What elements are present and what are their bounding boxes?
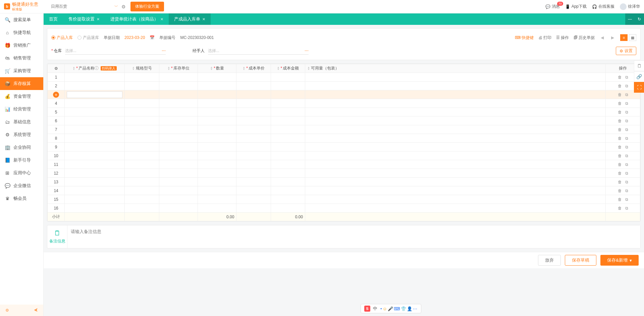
ellipsis-icon[interactable]: ⋯ (162, 48, 166, 53)
col-gear[interactable]: ⚙ (48, 64, 65, 73)
copy-row-icon[interactable]: ⧉ (625, 84, 628, 88)
ime-lang[interactable]: 中 (373, 306, 377, 312)
table-row[interactable]: 9🗑⧉ (48, 143, 640, 151)
float-expand-icon[interactable]: ⛶ (634, 82, 644, 93)
sidebar-item-0[interactable]: 🔍搜索菜单 (0, 13, 43, 26)
delete-row-icon[interactable]: 🗑 (618, 171, 622, 176)
shortcut-button[interactable]: ⌨ 快捷键 (515, 35, 534, 41)
table-row[interactable]: 2🗑⧉ (48, 82, 640, 90)
delete-row-icon[interactable]: 🗑 (618, 162, 622, 167)
delete-row-icon[interactable]: 🗑 (618, 84, 622, 88)
tab-minimize-button[interactable]: — (625, 13, 635, 25)
sidebar-item-11[interactable]: 📘新手引导 (0, 154, 43, 167)
sidebar-item-9[interactable]: ⚙系统管理 (0, 128, 43, 141)
sidebar-item-8[interactable]: 🗂基础信息 (0, 116, 43, 128)
delete-row-icon[interactable]: 🗑 (618, 206, 622, 211)
copy-row-icon[interactable]: ⧉ (625, 127, 628, 132)
copy-row-icon[interactable]: ⧉ (625, 188, 628, 193)
calendar-icon[interactable]: 📅 (150, 35, 155, 40)
copy-row-icon[interactable]: ⧉ (625, 110, 628, 115)
tab-refresh-button[interactable]: ↻ (635, 13, 644, 25)
settings-gear-icon[interactable]: ⚙ (5, 308, 9, 313)
delete-row-icon[interactable]: 🗑 (618, 153, 622, 158)
table-row[interactable]: 8🗑⧉ (48, 134, 640, 143)
product-name-input[interactable] (67, 91, 122, 98)
table-row[interactable]: +🗑⧉ (48, 90, 640, 99)
tab-3[interactable]: 产成品入库单✕ (169, 13, 211, 25)
delete-row-icon[interactable]: 🗑 (618, 136, 622, 141)
delete-row-icon[interactable]: 🗑 (618, 188, 622, 193)
col-qty[interactable]: ▲▼*数量 (198, 64, 236, 73)
history-button[interactable]: 🗐 历史单据 (574, 35, 595, 41)
scan-tag[interactable]: 扫码录入 (101, 66, 117, 71)
radio-product-out[interactable]: 产品退库 (77, 35, 99, 41)
delete-row-icon[interactable]: 🗑 (618, 180, 622, 184)
copy-row-icon[interactable]: ⧉ (625, 162, 628, 167)
table-row[interactable]: 14🗑⧉ (48, 186, 640, 195)
cta-button[interactable]: 体验行业方案 (130, 2, 164, 11)
tab-0[interactable]: 首页 (44, 13, 63, 25)
category-dropdown[interactable]: 日用百货 ﹀ (51, 2, 118, 11)
online-service-button[interactable]: 🎧 在线客服 (592, 4, 614, 9)
copy-row-icon[interactable]: ⧉ (625, 180, 628, 184)
handler-select[interactable]: 选择... ⋯ (208, 47, 309, 55)
close-icon[interactable]: ✕ (97, 17, 100, 21)
delete-row-icon[interactable]: 🗑 (618, 75, 622, 80)
sidebar-item-7[interactable]: 📊经营管理 (0, 103, 43, 116)
prev-doc-icon[interactable]: ◀ (599, 35, 605, 40)
next-doc-icon[interactable]: ▶ (610, 35, 615, 40)
float-note-icon[interactable]: 🗒 (634, 60, 644, 71)
copy-row-icon[interactable]: ⧉ (625, 197, 628, 202)
col-price[interactable]: ▲▼*成本单价 (236, 64, 271, 73)
save-draft-button[interactable]: 保存草稿 (565, 255, 596, 266)
delete-row-icon[interactable]: 🗑 (618, 197, 622, 202)
copy-row-icon[interactable]: ⧉ (625, 136, 628, 141)
table-row[interactable]: 16🗑⧉ (48, 204, 640, 213)
operate-button[interactable]: ☰ 操作 (556, 35, 569, 41)
col-spec[interactable]: ▲▼规格型号 (125, 64, 159, 73)
messages-button[interactable]: 💬 消息 70 (545, 4, 560, 9)
copy-row-icon[interactable]: ⧉ (625, 92, 628, 97)
warehouse-select[interactable]: 选择... ⋯ (65, 47, 166, 55)
delete-row-icon[interactable]: 🗑 (618, 101, 622, 106)
close-icon[interactable]: ✕ (160, 17, 163, 21)
col-amount[interactable]: ▲▼*成本金额 (271, 64, 305, 73)
table-row[interactable]: 6🗑⧉ (48, 117, 640, 125)
tab-2[interactable]: 进货单统计表（按商品）✕ (105, 13, 169, 25)
sidebar-item-4[interactable]: 🛒采购管理 (0, 64, 43, 77)
table-row[interactable]: 1🗑⧉ (48, 73, 640, 82)
view-card-button[interactable]: ▦ (629, 34, 636, 41)
collapse-sidebar-icon[interactable]: ⮜ (34, 308, 38, 313)
table-row[interactable]: 10🗑⧉ (48, 151, 640, 160)
table-row[interactable]: 11🗑⧉ (48, 160, 640, 169)
app-download-button[interactable]: 📱 App下载 (565, 4, 587, 9)
delete-row-icon[interactable]: 🗑 (618, 92, 622, 97)
sidebar-item-10[interactable]: 🏢企业协同 (0, 141, 43, 154)
sidebar-item-3[interactable]: 🛍销售管理 (0, 52, 43, 64)
col-avail[interactable]: ▲▼可用量（包装） (305, 64, 606, 73)
ellipsis-icon[interactable]: ⋯ (305, 48, 309, 53)
col-product-name[interactable]: ▲▼*产品名称ⓘ 扫码录入 (65, 64, 125, 73)
date-value[interactable]: 2023-03-20 (124, 35, 145, 40)
radio-product-in[interactable]: 产品入库 (51, 35, 73, 41)
copy-row-icon[interactable]: ⧉ (625, 75, 628, 80)
delete-row-icon[interactable]: 🗑 (618, 145, 622, 149)
col-unit[interactable]: ▲▼*库存单位 (159, 64, 198, 73)
category-settings-icon[interactable]: ⚙ (121, 4, 126, 9)
copy-row-icon[interactable]: ⧉ (625, 145, 628, 149)
discard-button[interactable]: 放弃 (538, 255, 561, 266)
table-row[interactable]: 13🗑⧉ (48, 178, 640, 186)
ime-s-icon[interactable]: S (364, 306, 370, 312)
copy-row-icon[interactable]: ⧉ (625, 119, 628, 123)
copy-row-icon[interactable]: ⧉ (625, 206, 628, 211)
save-and-new-button[interactable]: 保存&新增 ▾ (600, 255, 639, 266)
table-row[interactable]: 4🗑⧉ (48, 99, 640, 108)
sidebar-item-12[interactable]: ⊞应用中心 (0, 167, 43, 179)
tab-1[interactable]: 售价提取设置✕ (63, 13, 105, 25)
print-button[interactable]: 🖨 打印 (538, 35, 551, 41)
ime-tools[interactable]: •☺🎤⌨👕👤⋯ (380, 306, 418, 311)
add-row-button[interactable]: + (53, 92, 59, 98)
close-icon[interactable]: ✕ (202, 17, 205, 21)
delete-row-icon[interactable]: 🗑 (618, 127, 622, 132)
delete-row-icon[interactable]: 🗑 (618, 110, 622, 115)
